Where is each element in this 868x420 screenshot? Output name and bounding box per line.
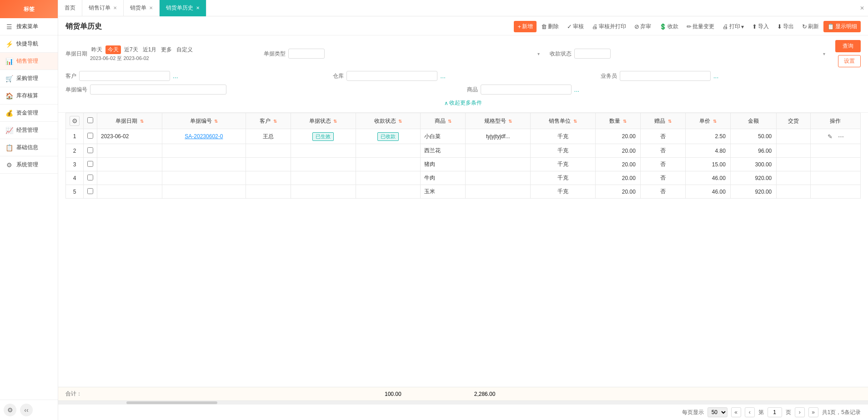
goods-input[interactable] <box>481 85 572 95</box>
warehouse-input[interactable] <box>346 71 437 81</box>
import-button[interactable]: ⬆ 导入 <box>748 21 773 32</box>
last-page-btn[interactable]: » <box>808 407 818 417</box>
tab-sales-goods[interactable]: 销货单 ✕ <box>124 0 160 16</box>
row-check-5[interactable] <box>87 188 93 194</box>
refresh-button[interactable]: ↻ 刷新 <box>798 21 823 32</box>
row-checkbox-2[interactable] <box>84 144 97 158</box>
batch-change-button[interactable]: ✏ 批量变更 <box>683 21 718 32</box>
sidebar-item-label: 销售管理 <box>16 57 38 65</box>
row-doc-date-4 <box>97 171 162 185</box>
sidebar-item-finance-mgmt[interactable]: 💰 资金管理 <box>0 105 58 122</box>
th-gift[interactable]: 赠品 ⇅ <box>640 113 685 129</box>
sidebar-item-sales-mgmt[interactable]: 📊 销售管理 <box>0 53 58 70</box>
doc-no-link-1[interactable]: SA-20230602-0 <box>185 133 223 140</box>
sidebar-item-quick-nav[interactable]: ⚡ 快捷导航 <box>0 35 58 53</box>
th-qty[interactable]: 数量 ⇅ <box>595 113 640 129</box>
collect-status-select[interactable] <box>574 49 611 59</box>
sidebar-item-system-mgmt[interactable]: ⚙ 系统管理 <box>0 156 58 174</box>
th-spec[interactable]: 规格型号 ⇅ <box>466 113 531 129</box>
sidebar-settings-btn[interactable]: ⚙ <box>4 404 16 416</box>
sort-icon-doc-date: ⇅ <box>140 119 144 124</box>
customer-dots[interactable]: ... <box>173 72 178 80</box>
page-unit: 页 <box>786 409 791 416</box>
abandon-button[interactable]: ⊘ 弃审 <box>631 21 655 32</box>
audit-print-button[interactable]: 🖨 审核并打印 <box>588 21 630 32</box>
quick-nav-icon: ⚡ <box>5 40 13 48</box>
th-unit[interactable]: 销售单位 ⇅ <box>531 113 596 129</box>
sidebar-item-biz-mgmt[interactable]: 📈 经营管理 <box>0 122 58 139</box>
warehouse-dots[interactable]: ... <box>440 72 446 80</box>
th-doc-no-label: 单据编号 <box>190 118 212 124</box>
collapse-button[interactable]: ∧ 收起更多条件 <box>65 98 861 108</box>
tab-sales-order[interactable]: 销售订单 ✕ <box>82 0 124 16</box>
sidebar-item-basic-info[interactable]: 📋 基础信息 <box>0 139 58 156</box>
edit-btn-1[interactable]: ✎ <box>826 132 835 141</box>
th-settings[interactable]: ⚙ <box>66 113 84 129</box>
date-shortcut-today[interactable]: 今天 <box>105 45 121 54</box>
select-all-checkbox[interactable] <box>87 117 93 123</box>
collect-button[interactable]: 💲 收款 <box>656 21 682 32</box>
settings-gear-icon[interactable]: ⚙ <box>70 116 80 126</box>
biz-mgmt-icon: 📈 <box>5 127 13 134</box>
query-button[interactable]: 查询 <box>835 40 861 52</box>
page-label: 第 <box>758 409 764 416</box>
tab-sales-goods-close[interactable]: ✕ <box>149 5 153 10</box>
date-shortcut-1month[interactable]: 近1月 <box>141 45 158 54</box>
new-button[interactable]: + 新增 <box>514 21 537 32</box>
set-button[interactable]: 设置 <box>838 55 861 67</box>
doc-type-select[interactable] <box>288 49 325 59</box>
tab-sales-history-close[interactable]: ✕ <box>196 5 200 10</box>
th-price[interactable]: 单价 ⇅ <box>685 113 730 129</box>
row-trade-1 <box>777 129 811 144</box>
row-checkbox-4[interactable] <box>84 171 97 185</box>
audit-button[interactable]: ✓ 审核 <box>563 21 587 32</box>
goods-dots[interactable]: ... <box>574 86 580 93</box>
next-page-btn[interactable]: › <box>795 407 805 417</box>
first-page-btn[interactable]: « <box>731 407 741 417</box>
per-page-select[interactable]: 50 <box>707 407 728 417</box>
row-op-4 <box>810 171 860 185</box>
sidebar-item-search-menu[interactable]: ☰ 搜索菜单 <box>0 18 58 35</box>
sidebar-item-inventory-calc[interactable]: 🏠 库存核算 <box>0 87 58 105</box>
date-shortcut-7days[interactable]: 近7天 <box>123 45 140 54</box>
prev-page-btn[interactable]: ‹ <box>745 407 755 417</box>
tab-home[interactable]: 首页 <box>58 0 82 16</box>
sidebar-item-purchase-mgmt[interactable]: 🛒 采购管理 <box>0 70 58 87</box>
th-doc-status[interactable]: 单据状态 ⇅ <box>291 113 356 129</box>
salesperson-input[interactable] <box>620 71 711 81</box>
date-shortcut-yesterday[interactable]: 昨天 <box>90 45 104 54</box>
more-btn-1[interactable]: ⋯ <box>836 132 845 141</box>
row-check-2[interactable] <box>87 147 93 153</box>
row-check-3[interactable] <box>87 161 93 167</box>
sidebar-collapse-btn[interactable]: ‹‹ <box>20 404 33 416</box>
print-button[interactable]: 🖨 打印 ▾ <box>719 21 748 32</box>
th-collect-status[interactable]: 收款状态 ⇅ <box>356 113 421 129</box>
th-checkbox[interactable] <box>84 113 97 129</box>
date-shortcut-custom[interactable]: 自定义 <box>175 45 194 54</box>
tab-sales-history[interactable]: 销货单历史 ✕ <box>160 0 206 16</box>
page-header: 销货单历史 + 新增 🗑 删除 ✓ 审核 🖨 审核并打印 <box>58 16 868 35</box>
th-doc-date[interactable]: 单据日期 ⇅ <box>97 113 162 129</box>
docno-input[interactable] <box>90 85 226 95</box>
row-qty-2: 20.00 <box>595 144 640 158</box>
row-doc-no-1[interactable]: SA-20230602-0 <box>162 129 246 144</box>
row-checkbox-5[interactable] <box>84 185 97 199</box>
row-checkbox-3[interactable] <box>84 158 97 171</box>
date-shortcut-more[interactable]: 更多 <box>160 45 173 54</box>
export-button[interactable]: ⬇ 导出 <box>773 21 798 32</box>
delete-button[interactable]: 🗑 删除 <box>537 21 562 32</box>
show-detail-button[interactable]: 📋 显示明细 <box>823 21 861 32</box>
th-doc-no[interactable]: 单据编号 ⇅ <box>162 113 246 129</box>
row-customer-5 <box>246 185 291 199</box>
page-input[interactable] <box>768 407 782 417</box>
tab-bar-close-all[interactable]: ✕ <box>860 5 868 11</box>
customer-input[interactable] <box>79 71 170 81</box>
row-check-1[interactable] <box>87 133 93 139</box>
th-customer[interactable]: 客户 ⇅ <box>246 113 291 129</box>
row-checkbox-1[interactable] <box>84 129 97 144</box>
th-goods[interactable]: 商品 ⇅ <box>421 113 466 129</box>
salesperson-dots[interactable]: ... <box>713 72 719 80</box>
row-spec-5 <box>466 185 531 199</box>
tab-sales-order-close[interactable]: ✕ <box>113 5 117 10</box>
row-check-4[interactable] <box>87 175 93 180</box>
